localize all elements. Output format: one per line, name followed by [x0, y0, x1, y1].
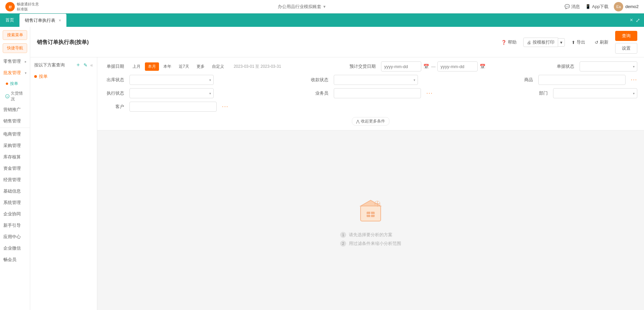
- tip-num-2: 2: [340, 241, 346, 247]
- refresh-icon: ↺: [595, 40, 598, 45]
- expected-delivery-start[interactable]: [381, 61, 421, 71]
- tab-sales-order[interactable]: 销售订单执行表 ×: [19, 14, 66, 27]
- left-filter-icons: ＋ ✎ «: [75, 61, 93, 68]
- message-icon: 💬: [565, 4, 570, 9]
- logo-text: 畅捷通好生意 标准版: [17, 2, 39, 11]
- left-filter-item-press-order[interactable]: 按单: [30, 71, 97, 82]
- header-actions: ❓ 帮助 🖨 按模板打印 ▾ ⬆ 导出 ↺ 刷新: [498, 31, 637, 54]
- refresh-btn[interactable]: ↺ 刷新: [592, 38, 611, 47]
- right-panel: 单据日期 上月 本月 本年 近7天 更多 自定义 2023-03-01 至 20…: [97, 57, 644, 310]
- sidebar-item-inventory[interactable]: 库存核算: [0, 151, 30, 163]
- expected-delivery-label: 预计交货日期: [350, 63, 376, 69]
- expand-window-icon[interactable]: ⤢: [636, 17, 640, 23]
- empty-tip-2: 2 用过滤条件来缩小分析范围: [340, 241, 401, 247]
- user-area[interactable]: Ea demo2: [614, 2, 639, 11]
- goods-input[interactable]: [538, 75, 626, 85]
- filter-row-2: 出库状态 ▾ 收款状态 ▾ 商品: [104, 75, 637, 85]
- sidebar-item-retail[interactable]: 零售管理 ▸: [0, 56, 30, 67]
- quick-nav-btn[interactable]: 快捷导航: [3, 43, 27, 53]
- tab-home[interactable]: 首页: [0, 13, 19, 27]
- sidebar-search-area: 搜索菜单: [0, 27, 30, 42]
- sidebar-item-basic[interactable]: 基础信息: [0, 186, 30, 197]
- goods-ellipsis[interactable]: ···: [631, 77, 637, 83]
- orange-dot-icon: ●: [5, 81, 9, 87]
- sidebar-item-enterprise[interactable]: 企业协同: [0, 208, 30, 220]
- messages-btn[interactable]: 💬 消息: [565, 4, 580, 10]
- doc-status-label: 单据状态: [554, 63, 574, 69]
- print-btn[interactable]: 🖨 按模板打印: [523, 38, 558, 47]
- date-tab-this-year[interactable]: 本年: [160, 62, 174, 71]
- sidebar-sub-item-press-order[interactable]: ● 按单: [0, 79, 30, 89]
- department-select[interactable]: [553, 88, 637, 98]
- export-icon: ⬆: [572, 40, 575, 45]
- salesperson-ellipsis[interactable]: ···: [426, 90, 433, 96]
- date-tab-this-month[interactable]: 本月: [145, 62, 159, 71]
- user-name[interactable]: demo2: [625, 4, 639, 9]
- export-btn[interactable]: ⬆ 导出: [569, 38, 588, 47]
- salesperson-input[interactable]: [334, 88, 421, 98]
- help-btn[interactable]: ❓ 帮助: [498, 38, 519, 47]
- calendar-icon-start[interactable]: 📅: [423, 64, 429, 69]
- left-filter-header: 按以下方案查询 ＋ ✎ «: [30, 61, 97, 71]
- collapse-btn[interactable]: ⋀ 收起更多条件: [352, 117, 389, 125]
- active-dot: [34, 75, 37, 78]
- sidebar-item-sales[interactable]: 销售管理: [0, 115, 30, 127]
- phone-icon: 📱: [585, 4, 591, 9]
- add-scheme-icon[interactable]: ＋: [75, 61, 81, 68]
- sidebar-item-purchase[interactable]: 采购管理: [0, 140, 30, 151]
- search-menu-btn[interactable]: 搜索菜单: [3, 30, 27, 40]
- sidebar-item-newuser[interactable]: 新手引导: [0, 220, 30, 231]
- sidebar-item-operations[interactable]: 经营管理: [0, 174, 30, 186]
- filter-row-3: 执行状态 ▾ 业务员 ··· 部门 ▾: [104, 88, 637, 98]
- shipment-select-wrap: ▾: [129, 75, 214, 85]
- top-bar-right: 💬 消息 📱 App下载 Ea demo2: [565, 2, 639, 11]
- date-tab-more[interactable]: 更多: [194, 62, 208, 71]
- sidebar-sub-item-arrears[interactable]: ○ 欠货情况: [0, 89, 30, 104]
- sidebar-item-wholesale[interactable]: 批发管理 ▾: [0, 67, 30, 79]
- settings-btn[interactable]: 设置: [615, 43, 637, 54]
- customer-ellipsis[interactable]: ···: [222, 104, 228, 110]
- sidebar: 搜索菜单 快捷导航 零售管理 ▸ 批发管理 ▾ ● 按单 ○ 欠货情况: [0, 27, 30, 310]
- collapse-left-icon[interactable]: «: [90, 62, 93, 68]
- payment-select[interactable]: [334, 75, 418, 85]
- edit-scheme-icon[interactable]: ✎: [84, 62, 88, 68]
- content-area: 销售订单执行表(按单) ❓ 帮助 🖨 按模板打印 ▾ ⬆ 导出: [30, 27, 644, 310]
- date-sep: —: [431, 64, 435, 69]
- execution-select[interactable]: [129, 88, 214, 98]
- department-label: 部门: [528, 90, 548, 96]
- calendar-icon-end[interactable]: 📅: [480, 64, 485, 69]
- sidebar-item-wechat[interactable]: 企业微信: [0, 243, 30, 254]
- expected-delivery-end[interactable]: [437, 61, 478, 71]
- tab-close-icon[interactable]: ×: [59, 18, 61, 23]
- payment-select-wrap: ▾: [334, 75, 418, 85]
- chevron-down-icon: ▾: [25, 71, 26, 75]
- sidebar-item-system[interactable]: 系统管理: [0, 197, 30, 208]
- app-download-btn[interactable]: 📱 App下载: [585, 4, 608, 10]
- sidebar-item-marketing[interactable]: 营销推广: [0, 104, 30, 115]
- filter-row-1: 单据日期 上月 本月 本年 近7天 更多 自定义 2023-03-01 至 20…: [104, 61, 637, 71]
- logo-icon: 好: [5, 2, 15, 11]
- shipment-select[interactable]: [129, 75, 214, 85]
- empty-illustration: [354, 194, 387, 228]
- close-window-icon[interactable]: ×: [630, 17, 633, 23]
- query-btn[interactable]: 查询: [615, 31, 637, 41]
- sidebar-item-ecommerce[interactable]: 电商管理: [0, 128, 30, 140]
- filter-row-4: 客户 ···: [104, 102, 637, 112]
- chevron-up-icon: ⋀: [356, 119, 360, 124]
- date-tab-custom[interactable]: 自定义: [209, 62, 227, 71]
- svg-text:好: 好: [8, 5, 12, 9]
- sidebar-item-finance[interactable]: 资金管理: [0, 163, 30, 174]
- sidebar-item-apps[interactable]: 应用中心: [0, 231, 30, 243]
- date-range-text: 2023-03-01 至 2023-03-31: [234, 64, 281, 69]
- dropdown-icon[interactable]: ▾: [323, 4, 326, 9]
- doc-status-select[interactable]: [580, 61, 637, 71]
- execution-select-wrap: ▾: [129, 88, 214, 98]
- execution-label: 执行状态: [104, 90, 124, 96]
- print-dropdown-btn[interactable]: ▾: [558, 38, 565, 47]
- sidebar-item-member[interactable]: 畅会员: [0, 254, 30, 265]
- right-action-buttons: 查询 设置: [615, 31, 637, 54]
- customer-input[interactable]: [129, 102, 217, 112]
- date-tab-7days[interactable]: 近7天: [176, 62, 192, 71]
- date-tab-last-month[interactable]: 上月: [129, 62, 144, 71]
- payment-label: 收款状态: [308, 77, 328, 83]
